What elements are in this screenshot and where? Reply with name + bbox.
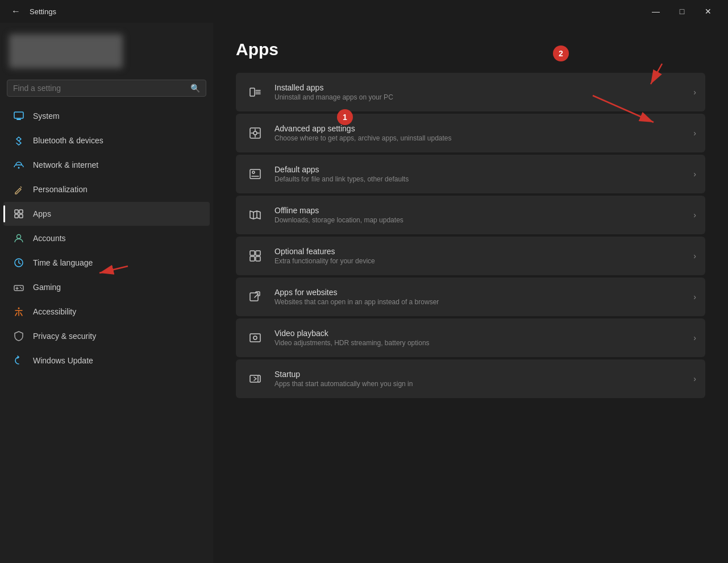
advanced-app-settings-desc: Choose where to get apps, archive apps, … [274,134,684,142]
sidebar-item-apps[interactable]: Apps [3,202,210,226]
settings-item-advanced-app-settings[interactable]: Advanced app settings Choose where to ge… [236,114,705,152]
svg-rect-25 [250,169,260,179]
sidebar-item-network[interactable]: Network & internet [3,153,210,177]
installed-apps-text: Installed apps Uninstall and manage apps… [274,83,684,101]
settings-item-startup[interactable]: Startup Apps that start automatically wh… [236,359,705,398]
apps-for-websites-text: Apps for websites Websites that can open… [274,288,684,306]
svg-point-26 [252,171,255,173]
bluetooth-icon [13,134,25,147]
sidebar-item-personalization[interactable]: Personalization [3,177,210,201]
sidebar-item-gaming[interactable]: Gaming [3,275,210,299]
search-container: 🔍 [0,77,213,104]
installed-apps-title: Installed apps [274,83,684,92]
optional-features-chevron: › [693,251,696,260]
svg-point-10 [20,287,21,288]
avatar-area [0,23,213,77]
window-controls: — □ ✕ [643,0,721,23]
svg-point-11 [21,288,22,289]
network-icon [13,159,25,171]
sidebar-item-system[interactable]: System [3,104,210,128]
svg-point-12 [18,308,20,309]
sidebar-item-label-gaming: Gaming [33,283,61,292]
settings-item-installed-apps[interactable]: Installed apps Uninstall and manage apps… [236,73,705,111]
optional-features-icon [245,246,265,266]
accounts-icon [13,232,25,245]
titlebar: ← Settings — □ ✕ [0,0,728,23]
sidebar-nav: SystemBluetooth & devicesNetwork & inter… [0,104,213,373]
svg-rect-32 [256,251,260,255]
maximize-button[interactable]: □ [669,0,695,23]
offline-maps-icon [245,205,265,225]
svg-rect-9 [14,285,23,291]
svg-point-38 [253,336,257,340]
svg-rect-0 [14,112,23,118]
video-playback-desc: Video adjustments, HDR streaming, batter… [274,339,684,347]
annotation-badge-2: 2 [553,45,569,61]
settings-item-default-apps[interactable]: Default apps Defaults for file and link … [236,155,705,193]
startup-desc: Apps that start automatically when you s… [274,380,684,388]
default-apps-text: Default apps Defaults for file and link … [274,165,684,183]
sidebar: 🔍 SystemBluetooth & devicesNetwork & int… [0,23,213,563]
installed-apps-icon [245,82,265,102]
svg-rect-15 [250,88,255,96]
apps-for-websites-chevron: › [693,292,696,301]
svg-rect-31 [250,251,255,255]
search-icon: 🔍 [190,84,200,93]
page-title: Apps [236,40,705,59]
startup-text: Startup Apps that start automatically wh… [274,370,684,388]
offline-maps-text: Offline maps Downloads, storage location… [274,206,684,224]
video-playback-text: Video playback Video adjustments, HDR st… [274,329,684,347]
sidebar-item-label-accessibility: Accessibility [33,307,76,316]
sidebar-item-update[interactable]: Windows Update [3,349,210,372]
privacy-icon [13,330,25,342]
optional-features-title: Optional features [274,247,684,256]
installed-apps-desc: Uninstall and manage apps on your PC [274,93,684,101]
offline-maps-desc: Downloads, storage location, map updates [274,216,684,224]
default-apps-icon [245,164,265,184]
optional-features-text: Optional features Extra functionality fo… [274,247,684,265]
apps-for-websites-icon [245,287,265,307]
startup-chevron: › [693,374,696,383]
startup-icon [245,369,265,389]
avatar [9,34,123,68]
sidebar-item-label-time: Time & language [33,258,93,267]
search-box[interactable]: 🔍 [7,80,206,97]
installed-apps-chevron: › [693,88,696,97]
apps-icon [13,208,25,220]
back-button[interactable]: ← [7,2,25,20]
default-apps-chevron: › [693,169,696,179]
settings-item-offline-maps[interactable]: Offline maps Downloads, storage location… [236,196,705,234]
optional-features-desc: Extra functionality for your device [274,257,684,265]
content-area: 1 2 Apps Installed apps Uninstall and ma… [213,23,728,563]
search-input[interactable] [13,84,186,93]
sidebar-item-bluetooth[interactable]: Bluetooth & devices [3,129,210,152]
time-icon [13,256,25,269]
svg-rect-6 [19,214,23,218]
sidebar-item-accessibility[interactable]: Accessibility [3,300,210,324]
settings-item-apps-for-websites[interactable]: Apps for websites Websites that can open… [236,278,705,316]
offline-maps-title: Offline maps [274,206,684,215]
sidebar-item-accounts[interactable]: Accounts [3,226,210,250]
svg-rect-4 [19,210,23,213]
settings-item-video-playback[interactable]: Video playback Video adjustments, HDR st… [236,318,705,357]
svg-rect-5 [15,214,18,218]
minimize-button[interactable]: — [643,0,669,23]
sidebar-item-label-update: Windows Update [33,356,93,365]
settings-item-optional-features[interactable]: Optional features Extra functionality fo… [236,237,705,275]
sidebar-item-privacy[interactable]: Privacy & security [3,324,210,348]
gaming-icon [13,281,25,293]
advanced-app-settings-icon [245,123,265,143]
apps-for-websites-title: Apps for websites [274,288,684,297]
svg-point-2 [18,167,20,169]
sidebar-item-label-personalization: Personalization [33,185,88,194]
sidebar-item-time[interactable]: Time & language [3,251,210,275]
sidebar-item-label-accounts: Accounts [33,234,66,243]
app-title: Settings [30,7,56,16]
settings-list: Installed apps Uninstall and manage apps… [236,73,705,398]
advanced-app-settings-title: Advanced app settings [274,124,684,133]
svg-rect-1 [16,119,21,120]
update-icon [13,354,25,367]
advanced-app-settings-text: Advanced app settings Choose where to ge… [274,124,684,142]
close-button[interactable]: ✕ [695,0,721,23]
svg-marker-28 [250,211,260,219]
